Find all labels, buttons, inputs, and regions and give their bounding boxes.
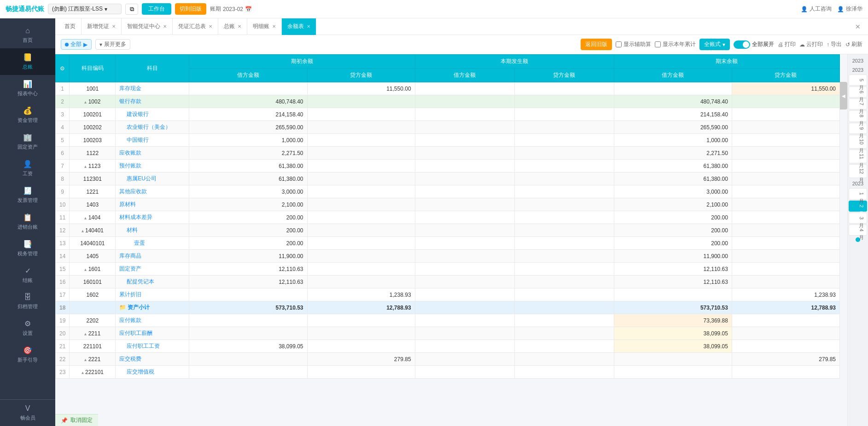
tab-detail-close[interactable]: ✕ [272, 24, 276, 29]
row-name[interactable]: 材料 [116, 224, 189, 237]
service-button[interactable]: 👤 人工咨询 [801, 5, 832, 13]
right-panel-month-8[interactable]: 8月 [849, 110, 867, 121]
sidebar-item-funds[interactable]: 💰 资金管理 [0, 102, 55, 128]
row-name[interactable]: 应交增值税 [116, 366, 189, 379]
right-panel-month-4[interactable]: 4月 [849, 225, 867, 236]
row-code: 112301 [70, 173, 116, 185]
tab-smart-voucher-close[interactable]: ✕ [163, 24, 167, 29]
row-name[interactable]: 固定资产 [116, 263, 189, 276]
sidebar-item-tax[interactable]: 📑 税务管理 [0, 235, 55, 262]
row-name[interactable]: 中国银行 [116, 134, 189, 147]
row-op-debit [189, 82, 307, 95]
tab-home[interactable]: 首页 [59, 18, 82, 35]
sidebar-item-purchase[interactable]: 📋 进销台账 [0, 208, 55, 235]
row-name[interactable]: 材料成本差异 [116, 211, 189, 224]
show-ytd-checkbox-group[interactable]: 显示本年累计 [655, 40, 696, 48]
sidebar-item-member[interactable]: V 畅会员 [0, 400, 55, 426]
back-old-button[interactable]: 返回旧版 [581, 39, 612, 50]
row-name[interactable]: 库存现金 [116, 82, 189, 95]
sidebar-item-guide[interactable]: 🎯 新手引导 [0, 341, 55, 368]
sidebar-item-settlement[interactable]: ✓ 结账 [0, 262, 55, 288]
cloud-print-icon: ☁ [799, 41, 805, 48]
show-aux-checkbox[interactable] [616, 41, 622, 47]
row-name[interactable]: 📁资产小计 [116, 301, 189, 314]
opening-group-header: 期初余额 [189, 55, 415, 69]
tab-new-voucher[interactable]: 新增凭证 ✕ [82, 18, 122, 35]
print-button[interactable]: 🖨 打印 [778, 40, 796, 48]
row-cl-credit [732, 263, 839, 276]
filter-all[interactable]: 全部 ▶ [61, 39, 92, 50]
right-panel-month-9[interactable]: 9月 [849, 123, 867, 134]
sidebar-item-fixed-assets[interactable]: 🏢 固定资产 [0, 128, 55, 155]
sidebar-item-settings[interactable]: ⚙ 设置 [0, 315, 55, 341]
row-op-credit: 11,550.00 [307, 82, 415, 95]
right-panel-month-5[interactable]: 5月 [849, 75, 867, 86]
right-panel-month-3[interactable]: 3月 [849, 213, 867, 224]
right-panel-month-2[interactable]: 2月 [849, 201, 867, 212]
panel-toggle-arrow[interactable]: ◀ [840, 82, 847, 109]
current-group-header: 本期发生额 [415, 55, 614, 69]
row-name[interactable]: 配提凭记本 [116, 276, 189, 288]
tab-ledger[interactable]: 总账 ✕ [218, 18, 247, 35]
row-name[interactable]: 其他应收款 [116, 185, 189, 198]
tab-balance-close[interactable]: ✕ [307, 24, 310, 29]
row-name[interactable]: 应付职工工资 [116, 340, 189, 353]
tab-new-voucher-close[interactable]: ✕ [112, 24, 116, 29]
tab-ledger-close[interactable]: ✕ [238, 24, 241, 29]
cloud-print-button[interactable]: ☁ 云打印 [799, 40, 823, 48]
show-aux-checkbox-group[interactable]: 显示辅助算 [616, 40, 651, 48]
row-name[interactable]: 建设银行 [116, 108, 189, 121]
right-panel-month-12[interactable]: 12月 [849, 164, 867, 178]
row-cl-credit [732, 224, 839, 237]
row-name[interactable]: 壹蛋 [116, 237, 189, 250]
sidebar-label-settings: 设置 [23, 330, 33, 337]
expand-row-icon: ▴ [84, 357, 87, 362]
style-dropdown-button[interactable]: 全账式 ▾ [699, 39, 730, 50]
tab-voucher-summary-close[interactable]: ✕ [209, 24, 212, 29]
expand-toggle[interactable] [734, 40, 750, 49]
right-panel-month-1[interactable]: 1月 [849, 188, 867, 199]
expand-button[interactable]: ▾ 展开更多 [95, 39, 130, 50]
sidebar-item-invoice[interactable]: 🧾 发票管理 [0, 182, 55, 208]
row-cl-debit: 73,369.88 [614, 314, 732, 327]
right-panel-month-6[interactable]: 6月 [849, 86, 867, 98]
row-name[interactable]: 应付职工薪酬 [116, 327, 189, 340]
show-ytd-checkbox[interactable] [655, 41, 661, 47]
row-name[interactable]: 应付账款 [116, 314, 189, 327]
row-cl-credit [732, 327, 839, 340]
sidebar-item-reports[interactable]: 📊 报表中心 [0, 75, 55, 102]
row-cl-credit: 1,238.93 [732, 288, 839, 301]
sidebar-label-fixed-assets: 固定资产 [17, 144, 38, 150]
row-op-credit [307, 314, 415, 327]
sidebar-item-ledger[interactable]: 📒 总账 [0, 48, 55, 75]
row-name[interactable]: 预付账款 [116, 160, 189, 173]
tab-detail[interactable]: 明细账 ✕ [247, 18, 282, 35]
sidebar-item-home[interactable]: ⌂ 首页 [0, 22, 55, 48]
row-code: ▴ 1002 [70, 95, 116, 108]
row-name[interactable]: 银行存款 [116, 95, 189, 108]
refresh-button[interactable]: ↺ 刷新 [845, 40, 862, 48]
copy-button[interactable]: ⧉ [125, 4, 138, 15]
row-name[interactable]: 农业银行（美金） [116, 121, 189, 134]
calendar-icon[interactable]: 📅 [245, 6, 252, 12]
row-name[interactable]: 库存商品 [116, 250, 189, 263]
switch-old-button[interactable]: 切到旧版 [175, 3, 206, 15]
company-selector[interactable]: (勿删) 江西股至-LSS ▾ [48, 4, 122, 14]
right-panel-month-10[interactable]: 10月 [849, 135, 867, 149]
export-button[interactable]: ↑ 导出 [827, 40, 842, 48]
sidebar-item-archive[interactable]: 🗄 归档管理 [0, 288, 55, 315]
tab-voucher-summary[interactable]: 凭证汇总表 ✕ [173, 18, 218, 35]
row-name[interactable]: 应交税费 [116, 353, 189, 366]
close-all-button[interactable]: ✕ [851, 23, 864, 30]
workbench-button[interactable]: 工作台 [142, 3, 171, 15]
sidebar-item-payroll[interactable]: 👤 工资 [0, 155, 55, 182]
right-panel-month-11[interactable]: 11月 [849, 150, 867, 163]
row-code: 160101 [70, 276, 116, 288]
right-panel-month-7[interactable]: 7月 [849, 98, 867, 109]
tab-smart-voucher[interactable]: 智能凭证中心 ✕ [122, 18, 173, 35]
row-name[interactable]: 应收账款 [116, 147, 189, 160]
row-name[interactable]: 原材料 [116, 198, 189, 211]
row-name[interactable]: 累计折旧 [116, 288, 189, 301]
row-name[interactable]: 惠属EU公司 [116, 173, 189, 185]
tab-balance[interactable]: 余额表 ✕ [282, 18, 316, 35]
